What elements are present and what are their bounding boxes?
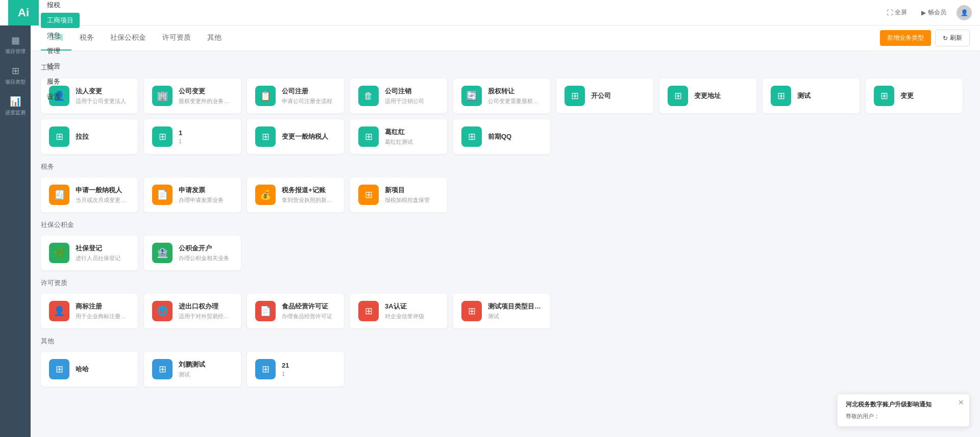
card-change-general[interactable]: ⊞ 变更一般纳税人 (247, 119, 344, 154)
topnav-item-operation[interactable]: 经营 (41, 59, 80, 74)
card-title-import-export: 进出口权办理 (179, 302, 233, 311)
biz-section: 工商 👤 法人变更 适用于公司变更法人 🏢 公司变更 股权变更外的业务变更 📋 … (41, 63, 970, 154)
other-section-title: 其他 (41, 337, 970, 346)
top-navigation: Ai 首页客户收费票据new记账报税工商项目消息管理经营服务设置 ⛶ 全屏 ▶ … (0, 0, 980, 25)
card-food-license[interactable]: 📄 食品经营许可证 办理食品经营许可证 (247, 294, 344, 328)
card-open-company[interactable]: ⊞ 开公司 (556, 79, 653, 113)
refresh-button[interactable]: ↻ 刷新 (935, 30, 970, 46)
card-tax-report-accounting[interactable]: 💰 税务报道+记账 拿到营业执照的新公司 (247, 177, 344, 212)
license-cards-grid: 👤 商标注册 用于企业商标注册服务 🌐 进出口权办理 适用于对外贸易经营者 📄 … (41, 294, 970, 328)
refresh-icon: ↻ (943, 35, 948, 42)
tab-actions: 新增业务类型 ↻ 刷新 (880, 25, 970, 50)
page-content: 工商税务社保公积金许可资质其他 新增业务类型 ↻ 刷新 工商 👤 法人变更 (31, 25, 980, 437)
tab-license[interactable]: 许可资质 (154, 26, 199, 50)
card-fund-open[interactable]: 🏦 公积金开户 办理公积金相关业务 (144, 236, 241, 270)
progress-monitor-icon: 📊 (10, 96, 21, 107)
card-qianqi-qq[interactable]: ⊞ 前期QQ (453, 119, 550, 154)
card-title-company-reg: 公司注册 (282, 87, 336, 96)
card-import-export[interactable]: 🌐 进出口权办理 适用于对外贸易经营者 (144, 294, 241, 328)
card-desc-company-cancel: 适用于注销公司 (385, 97, 439, 105)
card-apply-invoice[interactable]: 📄 申请发票 办理申请发票业务 (144, 177, 241, 212)
card-desc-fund-open: 办理公积金相关业务 (179, 254, 233, 262)
sidebar-item-project-mgmt[interactable]: ▦ 项目管理 (3, 31, 28, 59)
card-icon-change1: ⊞ (874, 86, 894, 106)
biz-section-title: 工商 (41, 63, 970, 72)
card-desc-social-reg: 进行人员社保登记 (76, 254, 130, 262)
left-sidebar: ▦ 项目管理 ⊞ 项目类型 📊 进度监测 (0, 25, 31, 437)
card-desc-trademark: 用于企业商标注册服务 (76, 313, 130, 320)
license-section: 许可资质 👤 商标注册 用于企业商标注册服务 🌐 进出口权办理 适用于对外贸易经… (41, 278, 970, 328)
card-company-reg[interactable]: 📋 公司注册 申请公司注册全流程 (247, 79, 344, 113)
sidebar-item-project-type[interactable]: ⊞ 项目类型 (3, 61, 28, 90)
card-title-qianqi-qq: 前期QQ (488, 132, 542, 141)
card-desc-equity-transfer: 公司变更需要股权转让 (488, 97, 542, 105)
card-company-change[interactable]: 🏢 公司变更 股权变更外的业务变更 (144, 79, 241, 113)
app-logo[interactable]: Ai (8, 0, 39, 25)
topnav-item-tax[interactable]: 报税 (41, 0, 80, 13)
card-title-apply-invoice: 申请发票 (179, 186, 233, 195)
card-icon-gehonghong: ⊞ (358, 126, 379, 147)
fullscreen-button[interactable]: ⛶ 全屏 (883, 6, 911, 19)
biz-cards-grid: 👤 法人变更 适用于公司变更法人 🏢 公司变更 股权变更外的业务变更 📋 公司注… (41, 79, 970, 154)
card-desc-company-reg: 申请公司注册全流程 (282, 97, 336, 105)
card-title-social-reg: 社保登记 (76, 244, 130, 253)
card-title-open-company: 开公司 (591, 91, 645, 100)
card-desc-legal-change: 适用于公司变更法人 (76, 97, 130, 105)
card-icon-fund-open: 🏦 (152, 243, 173, 263)
card-info-fund-open: 公积金开户 办理公积金相关业务 (179, 244, 233, 262)
card-equity-transfer[interactable]: 🔄 股权转让 公司变更需要股权转让 (453, 79, 550, 113)
card-desc-liupeng-test: 测试 (179, 371, 233, 378)
card-icon-tax-report-accounting: 💰 (255, 185, 276, 205)
card-apply-general-tax[interactable]: 🧾 申请一般纳税人 当月或次月成变更完成 (41, 177, 138, 212)
add-business-type-button[interactable]: 新增业务类型 (880, 30, 931, 46)
topnav-item-message[interactable]: 消息 (41, 28, 80, 43)
card-info-social-reg: 社保登记 进行人员社保登记 (76, 244, 130, 262)
card-icon-import-export: 🌐 (152, 301, 173, 321)
card-icon-haha: ⊞ (49, 359, 69, 379)
card-trademark[interactable]: 👤 商标注册 用于企业商标注册服务 (41, 294, 138, 328)
card-info-qianqi-qq: 前期QQ (488, 132, 542, 141)
card-lala[interactable]: ⊞ 拉拉 (41, 119, 138, 154)
card-change-address[interactable]: ⊞ 变更地址 (659, 79, 756, 113)
card-title-3a-cert: 3A认证 (385, 302, 439, 311)
card-haha[interactable]: ⊞ 哈哈 (41, 352, 138, 387)
topnav-item-service[interactable]: 服务 (41, 74, 80, 89)
topnav-item-bizproject[interactable]: 工商项目 (41, 13, 80, 28)
tab-social[interactable]: 社保公积金 (102, 26, 154, 50)
card-info-import-export: 进出口权办理 适用于对外贸易经营者 (179, 302, 233, 320)
tab-other[interactable]: 其他 (199, 26, 230, 50)
notification-title: 河北税务数字账户升级影响通知 (846, 400, 961, 409)
card-desc-twentyone: 1 (282, 371, 336, 377)
card-title-trademark: 商标注册 (76, 302, 130, 311)
card-info-change-address: 变更地址 (694, 91, 748, 100)
card-icon-twentyone: ⊞ (255, 359, 276, 379)
card-one[interactable]: ⊞ 1 1 (144, 119, 241, 154)
card-3a-cert[interactable]: ⊞ 3A认证 对企业信誉评级 (350, 294, 447, 328)
card-title-test1: 测试 (797, 91, 851, 100)
card-desc-import-export: 适用于对外贸易经营者 (179, 313, 233, 320)
avatar[interactable]: 👤 (957, 5, 972, 20)
card-new-project[interactable]: ⊞ 新项目 报税加税控盘保管 (350, 177, 447, 212)
card-gehonghong[interactable]: ⊞ 葛红红 葛红红测试 (350, 119, 447, 154)
card-twentyone[interactable]: ⊞ 21 1 (247, 352, 344, 387)
card-test1[interactable]: ⊞ 测试 (763, 79, 860, 113)
card-desc-food-license: 办理食品经营许可证 (282, 313, 336, 320)
card-info-test-type: 测试项目类型目定义 测试 (488, 302, 542, 320)
card-title-apply-general-tax: 申请一般纳税人 (76, 186, 130, 195)
card-info-apply-general-tax: 申请一般纳税人 当月或次月成变更完成 (76, 186, 130, 204)
card-test-type[interactable]: ⊞ 测试项目类型目定义 测试 (453, 294, 550, 328)
card-info-equity-transfer: 股权转让 公司变更需要股权转让 (488, 87, 542, 105)
card-social-reg[interactable]: 🌿 社保登记 进行人员社保登记 (41, 236, 138, 270)
card-icon-apply-general-tax: 🧾 (49, 185, 69, 205)
notification-close-button[interactable]: ✕ (958, 398, 964, 406)
card-change1[interactable]: ⊞ 变更 (866, 79, 963, 113)
card-info-apply-invoice: 申请发票 办理申请发票业务 (179, 186, 233, 204)
card-liupeng-test[interactable]: ⊞ 刘鹏测试 测试 (144, 352, 241, 387)
card-company-cancel[interactable]: 🗑 公司注销 适用于注销公司 (350, 79, 447, 113)
sidebar-item-progress-monitor[interactable]: 📊 进度监测 (3, 92, 28, 120)
topnav-item-manage[interactable]: 管理 (41, 43, 80, 59)
topnav-item-settings[interactable]: 设置 (41, 89, 80, 105)
vip-button[interactable]: ▶ 畅会员 (917, 6, 950, 19)
card-title-change-address: 变更地址 (694, 91, 748, 100)
card-title-tax-report-accounting: 税务报道+记账 (282, 186, 336, 195)
